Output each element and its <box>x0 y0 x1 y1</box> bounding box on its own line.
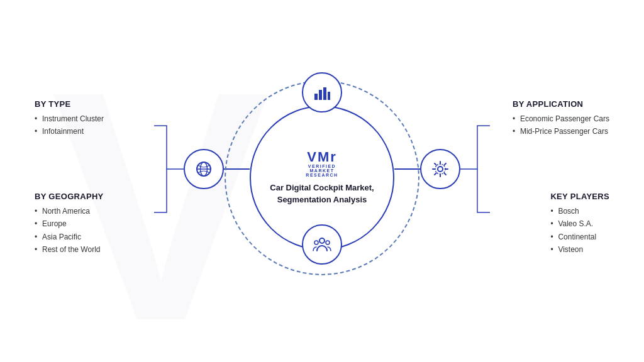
list-item: Instrument Cluster <box>35 112 104 125</box>
by-app-list: Economic Passenger Cars Mid-Price Passen… <box>513 112 609 138</box>
svg-point-11 <box>319 238 325 243</box>
icon-application <box>420 149 460 189</box>
by-geo-list: North America Europe Asia Pacific Rest o… <box>35 205 104 256</box>
logo-subtitle: VERIFIED MARKET RESEARCH <box>306 164 338 177</box>
list-item: Valeo S.A. <box>550 217 609 230</box>
svg-rect-8 <box>328 92 330 100</box>
key-players-heading: KEY PLAYERS <box>550 192 609 201</box>
list-item: Visteon <box>550 243 609 256</box>
by-geo-heading: BY GEOGRAPHY <box>35 192 104 201</box>
svg-point-13 <box>326 241 330 244</box>
list-item: Rest of the World <box>35 243 104 256</box>
section-by-type: BY TYPE Instrument Cluster Infotainment <box>35 99 104 138</box>
svg-point-12 <box>314 241 318 244</box>
icon-geography <box>184 149 224 189</box>
svg-rect-7 <box>323 87 326 100</box>
list-item: Bosch <box>550 205 609 217</box>
users-icon <box>312 234 332 255</box>
icon-players <box>302 224 342 265</box>
svg-rect-6 <box>319 90 322 100</box>
list-item: Europe <box>35 217 104 230</box>
list-item: Continental <box>550 231 609 243</box>
list-item: Infotainment <box>35 125 104 138</box>
list-item: Economic Passenger Cars <box>513 112 609 125</box>
logo-vmr: VMr VERIFIED MARKET RESEARCH <box>306 150 338 177</box>
list-item: Asia Pacific <box>35 231 104 243</box>
svg-point-9 <box>438 167 443 172</box>
logo-letters: VMr <box>307 150 337 164</box>
section-by-geography: BY GEOGRAPHY North America Europe Asia P… <box>35 192 104 256</box>
by-type-heading: BY TYPE <box>35 99 104 109</box>
globe-icon <box>194 159 214 179</box>
section-by-application: BY APPLICATION Economic Passenger Cars M… <box>513 99 609 138</box>
by-type-list: Instrument Cluster Infotainment <box>35 112 104 138</box>
icon-type <box>302 72 342 112</box>
key-players-list: Bosch Valeo S.A. Continental Visteon <box>550 205 609 256</box>
center-title: Car Digital Cockpit Market, Segmentation… <box>251 182 393 205</box>
gear-icon <box>430 159 450 179</box>
by-app-heading: BY APPLICATION <box>513 99 609 109</box>
list-item: North America <box>35 205 104 217</box>
list-item: Mid-Price Passenger Cars <box>513 125 609 138</box>
section-key-players: KEY PLAYERS Bosch Valeo S.A. Continental… <box>550 192 609 256</box>
svg-rect-5 <box>314 94 318 100</box>
bar-chart-icon <box>312 82 332 102</box>
